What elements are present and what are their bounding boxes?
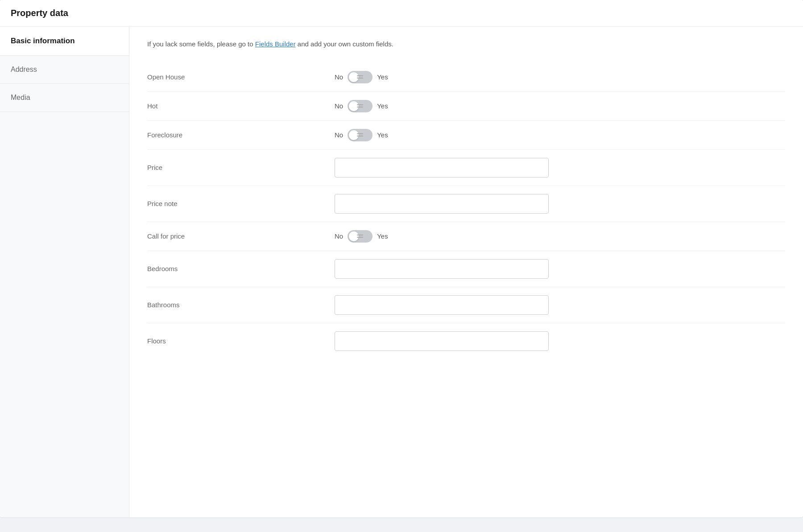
toggle-handle-lines bbox=[357, 235, 363, 238]
info-message-after: and add your own custom fields. bbox=[296, 40, 393, 48]
toggle-yes-label-foreclosure: Yes bbox=[377, 131, 388, 139]
main-content: If you lack some fields, please go to Fi… bbox=[129, 27, 803, 517]
info-message-before: If you lack some fields, please go to bbox=[147, 40, 255, 48]
toggle-no-label-open-house: No bbox=[335, 73, 343, 81]
field-label-hot: Hot bbox=[147, 102, 335, 110]
sidebar-item-basic-information[interactable]: Basic information bbox=[0, 27, 129, 56]
toggle-open-house[interactable] bbox=[348, 71, 373, 83]
field-label-foreclosure: Foreclosure bbox=[147, 131, 335, 139]
toggle-group-foreclosure: No Ye bbox=[335, 129, 388, 141]
field-control-price bbox=[335, 158, 785, 177]
field-row-bathrooms: Bathrooms bbox=[147, 287, 785, 323]
field-control-bathrooms bbox=[335, 295, 785, 315]
bedrooms-input[interactable] bbox=[335, 259, 549, 279]
toggle-slider-hot bbox=[348, 100, 373, 112]
card-header: Property data bbox=[0, 0, 803, 27]
field-label-price-note: Price note bbox=[147, 200, 335, 207]
field-row-foreclosure: Foreclosure No bbox=[147, 121, 785, 150]
field-label-floors: Floors bbox=[147, 337, 335, 345]
field-label-price: Price bbox=[147, 164, 335, 171]
toggle-slider-open-house bbox=[348, 71, 373, 83]
field-control-price-note bbox=[335, 194, 785, 214]
sidebar-item-media[interactable]: Media bbox=[0, 84, 129, 112]
toggle-group-hot: No Ye bbox=[335, 100, 388, 112]
sidebar-item-label: Media bbox=[11, 94, 30, 101]
toggle-handle-lines bbox=[357, 104, 363, 107]
price-note-input[interactable] bbox=[335, 194, 549, 214]
form-fields: Open House No bbox=[147, 63, 785, 359]
field-control-call-for-price: No Ye bbox=[335, 230, 785, 243]
field-control-foreclosure: No Ye bbox=[335, 129, 785, 141]
fields-builder-link[interactable]: Fields Builder bbox=[255, 40, 296, 48]
toggle-no-label-hot: No bbox=[335, 102, 343, 110]
toggle-call-for-price[interactable] bbox=[348, 230, 373, 243]
toggle-foreclosure[interactable] bbox=[348, 129, 373, 141]
info-message: If you lack some fields, please go to Fi… bbox=[147, 39, 785, 49]
toggle-group-call-for-price: No Ye bbox=[335, 230, 388, 243]
field-row-price: Price bbox=[147, 150, 785, 186]
field-row-price-note: Price note bbox=[147, 186, 785, 222]
toggle-yes-label-open-house: Yes bbox=[377, 73, 388, 81]
toggle-slider-call-for-price bbox=[348, 230, 373, 243]
page-title: Property data bbox=[11, 8, 792, 18]
page-container: Property data Basic information Address … bbox=[0, 0, 803, 532]
field-row-floors: Floors bbox=[147, 323, 785, 359]
toggle-yes-label-hot: Yes bbox=[377, 102, 388, 110]
field-control-hot: No Ye bbox=[335, 100, 785, 112]
sidebar-item-label: Address bbox=[11, 66, 37, 73]
property-data-card: Property data Basic information Address … bbox=[0, 0, 803, 517]
toggle-handle-lines bbox=[357, 133, 363, 136]
field-control-open-house: No Ye bbox=[335, 71, 785, 83]
toggle-no-label-call-for-price: No bbox=[335, 232, 343, 240]
field-control-floors bbox=[335, 331, 785, 351]
sidebar-item-address[interactable]: Address bbox=[0, 56, 129, 84]
sidebar-item-label: Basic information bbox=[11, 37, 75, 45]
price-input[interactable] bbox=[335, 158, 549, 177]
toggle-no-label-foreclosure: No bbox=[335, 131, 343, 139]
field-row-call-for-price: Call for price No bbox=[147, 222, 785, 251]
toggle-group-open-house: No Ye bbox=[335, 71, 388, 83]
card-body: Basic information Address Media If you l… bbox=[0, 27, 803, 517]
toggle-slider-foreclosure bbox=[348, 129, 373, 141]
floors-input[interactable] bbox=[335, 331, 549, 351]
toggle-hot[interactable] bbox=[348, 100, 373, 112]
toggle-yes-label-call-for-price: Yes bbox=[377, 232, 388, 240]
field-control-bedrooms bbox=[335, 259, 785, 279]
field-label-bedrooms: Bedrooms bbox=[147, 265, 335, 272]
bathrooms-input[interactable] bbox=[335, 295, 549, 315]
field-label-call-for-price: Call for price bbox=[147, 232, 335, 240]
field-row-open-house: Open House No bbox=[147, 63, 785, 92]
field-row-bedrooms: Bedrooms bbox=[147, 251, 785, 287]
sidebar: Basic information Address Media bbox=[0, 27, 129, 517]
field-row-hot: Hot No bbox=[147, 92, 785, 121]
field-label-bathrooms: Bathrooms bbox=[147, 301, 335, 309]
field-label-open-house: Open House bbox=[147, 73, 335, 81]
toggle-handle-lines bbox=[357, 75, 363, 78]
